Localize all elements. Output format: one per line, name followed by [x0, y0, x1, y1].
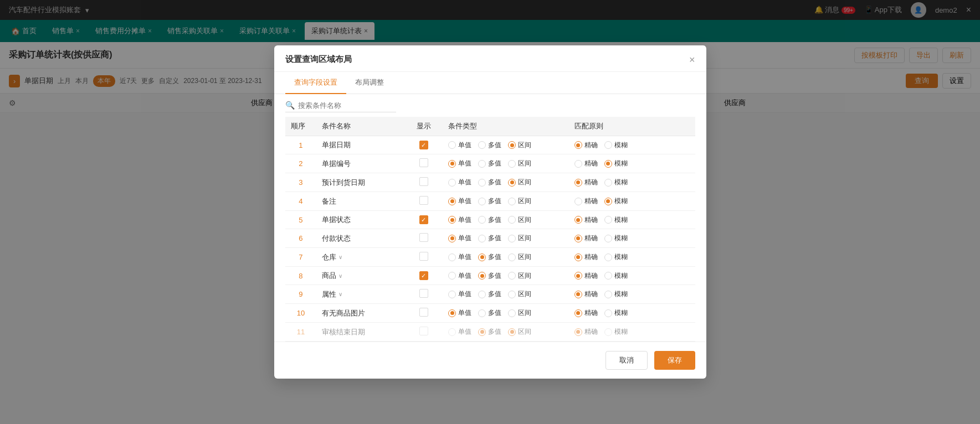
- modal-tab-layout[interactable]: 布局调整: [346, 72, 393, 94]
- tab-query-fields-label: 查询字段设置: [294, 78, 337, 86]
- search-box: 🔍: [285, 101, 396, 112]
- modal-tab-query-fields[interactable]: 查询字段设置: [285, 72, 346, 94]
- modal-search-area: 🔍: [274, 94, 706, 113]
- modal-tabs: 查询字段设置 布局调整: [274, 72, 706, 94]
- search-input[interactable]: [298, 101, 387, 110]
- modal: 设置查询区域布局 × 查询字段设置 布局调整 🔍 顺序: [274, 45, 706, 113]
- tab-layout-label: 布局调整: [355, 78, 384, 86]
- modal-title: 设置查询区域布局: [285, 54, 352, 65]
- search-icon: 🔍: [285, 101, 295, 110]
- modal-overlay[interactable]: 设置查询区域布局 × 查询字段设置 布局调整 🔍 顺序: [0, 0, 980, 113]
- modal-header: 设置查询区域布局 ×: [274, 45, 706, 72]
- modal-close-btn[interactable]: ×: [689, 55, 695, 65]
